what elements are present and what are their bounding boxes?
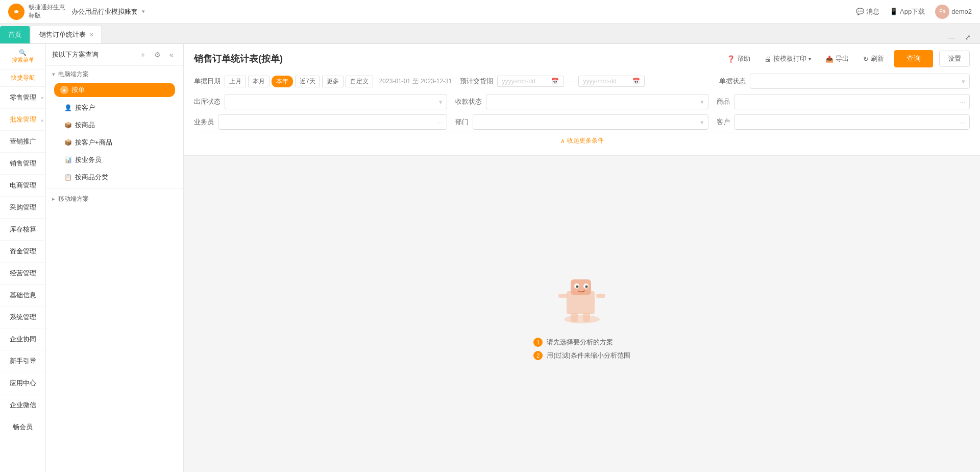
logo-icon (8, 4, 24, 20)
order-status-group: 单据状态 ▾ (719, 74, 970, 89)
inventory-label: 库存核算 (10, 225, 36, 234)
department-select[interactable]: ▾ (473, 114, 708, 130)
sidebar-item-apps[interactable]: 应用中心 (0, 372, 45, 394)
sidebar-item-purchase[interactable]: 采购管理 (0, 197, 45, 219)
wholesale-label: 批发管理 (10, 115, 36, 124)
last7-button[interactable]: 近7天 (295, 76, 320, 87)
scheme-item-by-category[interactable]: 📋 按商品分类 (46, 169, 183, 186)
tab-expand-button[interactable]: ⤢ (962, 31, 974, 43)
svg-rect-10 (596, 294, 605, 298)
app-title-area[interactable]: 办公用品行业模拟账套 ▾ (71, 7, 145, 16)
salesperson-select[interactable]: ··· (218, 114, 447, 130)
scheme-item-by-salesperson[interactable]: 📊 按业务员 (46, 151, 183, 169)
tab-close-icon[interactable]: × (90, 31, 93, 38)
sidebar-search[interactable]: 🔍 搜索菜单 (0, 44, 45, 69)
tab-sales-statistics[interactable]: 销售订单统计表 × (31, 26, 102, 43)
forecast-date-start[interactable]: yyyy-mm-dd 📅 (497, 76, 564, 87)
sidebar-item-inventory[interactable]: 库存核算 (0, 219, 45, 241)
retail-arrow-icon: ▾ (41, 95, 43, 101)
calendar-start-icon: 📅 (551, 78, 559, 85)
filter-header: 销售订单统计表(按单) ❓ 帮助 🖨 按模板打印 ▾ 📤 (194, 50, 970, 67)
forecast-date-label: 预计交货期 (460, 77, 493, 86)
sidebar-item-marketing[interactable]: 营销推广 (0, 131, 45, 153)
delivery-status-select[interactable]: ▾ (225, 94, 447, 109)
last-month-button[interactable]: 上月 (225, 76, 246, 87)
marketing-label: 营销推广 (10, 137, 36, 146)
scheme-item-by-customer[interactable]: 👤 按客户 (46, 99, 183, 116)
top-bar-right: 💬 消息 📱 App下载 Ea demo2 (856, 5, 972, 19)
settings-button[interactable]: 设置 (939, 51, 970, 67)
payment-status-label: 收款状态 (455, 97, 482, 106)
app-download-button[interactable]: 📱 App下载 (890, 7, 925, 16)
custom-date-button[interactable]: 自定义 (346, 76, 373, 87)
wechat-label: 企业微信 (10, 400, 36, 410)
svg-point-8 (585, 285, 588, 288)
scheme-label-order: 按单 (71, 85, 85, 95)
more-date-button[interactable]: 更多 (322, 76, 344, 87)
query-button[interactable]: 查询 (894, 50, 933, 67)
message-button[interactable]: 💬 消息 (856, 7, 879, 16)
collapse-arrow-icon: ∧ (560, 137, 565, 145)
pc-section-label: 电脑端方案 (58, 70, 89, 79)
sidebar-item-ecommerce[interactable]: 电商管理 (0, 175, 45, 197)
sidebar-item-finance[interactable]: 资金管理 (0, 241, 45, 263)
order-status-select[interactable]: ▾ (750, 74, 970, 89)
app-title: 办公用品行业模拟账套 (71, 7, 138, 16)
sidebar-item-wechat[interactable]: 企业微信 (0, 394, 45, 416)
hint-num-1: 1 (533, 338, 543, 347)
scheme-label-goods: 按商品 (75, 121, 95, 130)
sidebar-item-management[interactable]: 经营管理 (0, 263, 45, 285)
sidebar-item-system[interactable]: 系统管理 (0, 306, 45, 328)
customer-label: 客户 (717, 117, 730, 127)
tab-home[interactable]: 首页 (0, 26, 30, 43)
scheme-icon-order: ● (60, 86, 68, 94)
refresh-icon: ↻ (863, 55, 869, 63)
forecast-date-end[interactable]: yyyy-mm-dd 📅 (578, 76, 645, 87)
date-shortcuts: 上月 本月 本年 近7天 更多 自定义 (225, 76, 373, 87)
scheme-item-by-goods[interactable]: 📦 按商品 (46, 116, 183, 134)
user-menu[interactable]: Ea demo2 (935, 5, 972, 19)
sidebar-item-sales[interactable]: 销售管理 (0, 153, 45, 175)
sidebar-item-wholesale[interactable]: 批发管理 ▴ (0, 109, 45, 131)
date-range-separator: 至 (412, 77, 419, 86)
main-layout: 🔍 搜索菜单 快捷导航 零售管理 ▾ 批发管理 ▴ 营销推广 销售管理 电商管理… (0, 44, 980, 472)
sidebar-item-enterprise[interactable]: 企业协同 (0, 328, 45, 350)
add-scheme-button[interactable]: + (137, 49, 149, 60)
this-month-button[interactable]: 本月 (248, 76, 270, 87)
empty-state: 1 请先选择要分析的方案 2 用[过滤]条件来缩小分析范围 (184, 156, 980, 472)
finance-label: 资金管理 (10, 247, 36, 256)
search-icon: 🔍 (4, 49, 41, 56)
empty-illustration (551, 268, 612, 329)
settings-scheme-button[interactable]: ⚙ (152, 49, 163, 60)
salesperson-label: 业务员 (194, 117, 214, 127)
sidebar-item-member[interactable]: 畅会员 (0, 416, 45, 438)
export-button[interactable]: 📤 导出 (821, 52, 853, 65)
customer-group: 客户 ··· (717, 114, 970, 130)
sidebar-quick-nav[interactable]: 快捷导航 (0, 69, 45, 87)
sidebar-item-retail[interactable]: 零售管理 ▾ (0, 87, 45, 109)
scheme-item-by-customer-goods[interactable]: 📦 按客户+商品 (46, 134, 183, 151)
left-panel-header: 按以下方案查询 + ⚙ « (46, 44, 183, 66)
goods-more-icon: ··· (960, 98, 965, 106)
scheme-item-by-order[interactable]: ● 按单 (54, 83, 175, 97)
empty-hint-1: 1 请先选择要分析的方案 (533, 338, 630, 347)
sidebar-item-basic[interactable]: 基础信息 (0, 285, 45, 306)
export-icon: 📤 (825, 55, 834, 63)
left-panel-actions: + ⚙ « (137, 49, 177, 60)
sidebar-item-guide[interactable]: 新手引导 (0, 350, 45, 372)
template-print-button[interactable]: 🖨 按模板打印 ▾ (761, 52, 815, 65)
customer-select[interactable]: ··· (734, 114, 970, 130)
delivery-status-group: 出库状态 ▾ (194, 94, 447, 109)
page-title: 销售订单统计表(按单) (194, 53, 283, 65)
enterprise-label: 企业协同 (10, 335, 36, 344)
collapse-panel-button[interactable]: « (166, 49, 177, 60)
purchase-label: 采购管理 (10, 203, 36, 212)
payment-status-select[interactable]: ▾ (486, 94, 708, 109)
goods-select[interactable]: ··· (734, 94, 970, 109)
help-button[interactable]: ❓ 帮助 (723, 52, 754, 65)
collapse-filter-button[interactable]: ∧ 收起更多条件 (194, 132, 970, 149)
this-year-button[interactable]: 本年 (272, 76, 293, 87)
empty-hints: 1 请先选择要分析的方案 2 用[过滤]条件来缩小分析范围 (533, 338, 630, 360)
refresh-button[interactable]: ↻ 刷新 (859, 52, 888, 65)
tab-minimize-button[interactable]: — (945, 31, 958, 43)
